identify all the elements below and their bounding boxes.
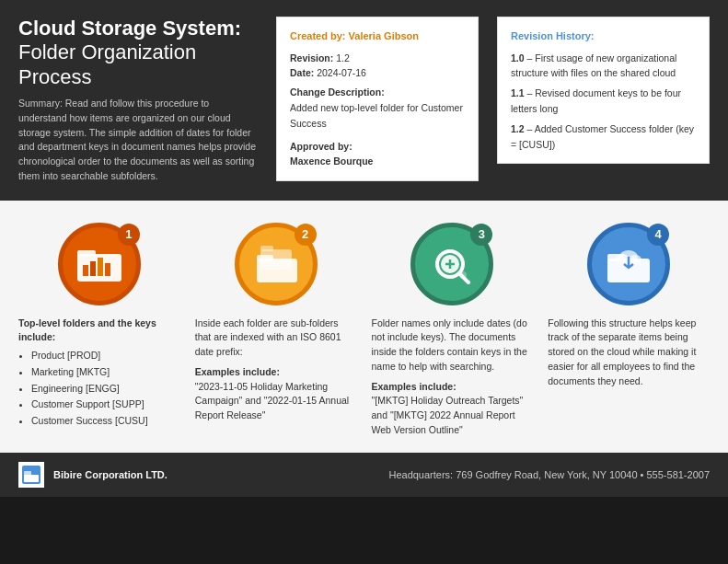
svg-rect-9 (260, 246, 273, 251)
step-3-intro: Folder names only include dates (do not … (372, 317, 534, 374)
step-1-heading: Top-level folders and the keys include: (18, 317, 180, 346)
svg-point-20 (629, 255, 641, 264)
headquarters-text: Headquarters: 769 Godfrey Road, New York… (388, 469, 710, 480)
steps-row: 1 Top-level folders and the keys include… (18, 223, 710, 438)
step-2-card: 2 Inside each folder are sub-folders tha… (195, 223, 357, 438)
step-4-text: Following this structure helps keep trac… (548, 317, 710, 389)
search-magnify-icon (428, 244, 476, 284)
revision-item-3: 1.2 – Added Customer Success folder (key… (511, 121, 696, 153)
revision-item-1: 1.0 – First usage of new organizational … (511, 51, 696, 82)
list-item: Product [PROD] (31, 349, 180, 363)
main-content: 1 Top-level folders and the keys include… (0, 201, 728, 453)
step-4-card: 4 Following this structure helps keep tr… (548, 223, 710, 438)
step-1-card: 1 Top-level folders and the keys include… (18, 223, 180, 438)
list-item: Marketing [MKTG] (31, 365, 180, 380)
step-2-text: Inside each folder are sub-folders that … (195, 317, 357, 423)
step-2-intro: Inside each folder are sub-folders that … (195, 317, 357, 360)
svg-rect-5 (105, 263, 110, 276)
list-item: Customer Support [SUPP] (31, 397, 180, 412)
list-item: Customer Success [CUSU] (31, 414, 180, 429)
step-2-icon-wrapper: 2 (235, 223, 318, 305)
meta-box: Created by: Valeria Gibson Revision: 1.2… (276, 17, 479, 181)
step-1-list: Product [PROD] Marketing [MKTG] Engineer… (31, 349, 180, 429)
step-3-text: Folder names only include dates (do not … (372, 317, 534, 438)
svg-rect-8 (260, 249, 292, 270)
list-item: Engineering [ENGG] (31, 382, 180, 397)
step-1-number: 1 (118, 224, 140, 246)
change-desc-row: Change Description: Added new top-level … (290, 85, 465, 131)
step-4-number: 4 (647, 224, 669, 246)
revision-history-box: Revision History: 1.0 – First usage of n… (497, 17, 710, 164)
folder-stack-icon (251, 244, 301, 284)
step-1-text: Top-level folders and the keys include: … (18, 317, 180, 431)
step-3-examples: "[MKTG] Holiday Outreach Targets" and "[… (372, 394, 534, 437)
step-3-icon-wrapper: 3 (410, 223, 493, 305)
date-label: Date: (290, 67, 314, 78)
folder-chart-icon (75, 245, 123, 283)
svg-rect-3 (90, 261, 96, 276)
footer-left: Bibire Corporation LTD. (18, 462, 168, 488)
header-left: Cloud Storage System: Folder Organizatio… (18, 17, 258, 184)
page-title: Cloud Storage System: Folder Organizatio… (18, 17, 258, 89)
summary-text: Summary: Read and follow this procedure … (18, 97, 258, 184)
svg-rect-4 (98, 258, 103, 276)
approved-label: Approved by: (290, 141, 352, 152)
revision-item-2: 1.1 – Revised document keys to be four l… (511, 86, 696, 117)
svg-point-19 (616, 254, 629, 263)
step-3-examples-label: Examples include: (372, 380, 534, 395)
revision-label: Revision: (290, 52, 333, 63)
created-by: Created by: Valeria Gibson (290, 29, 465, 45)
header-section: Cloud Storage System: Folder Organizatio… (0, 0, 728, 201)
revision-value: 1.2 (336, 52, 350, 63)
change-desc-label: Change Description: (290, 86, 385, 98)
step-4-intro: Following this structure helps keep trac… (548, 317, 710, 389)
step-3-card: 3 Folder names only include dates (do no… (372, 223, 534, 438)
company-logo (18, 462, 44, 488)
approved-value: Maxence Bourque (290, 155, 373, 167)
approved-row: Approved by: Maxence Bourque (290, 139, 465, 170)
svg-rect-2 (83, 265, 88, 276)
created-by-label: Created by: Valeria Gibson (290, 30, 419, 41)
revision-row: Revision: 1.2 (290, 51, 465, 66)
logo-icon (21, 465, 41, 485)
revision-history-items: 1.0 – First usage of new organizational … (511, 51, 696, 153)
svg-point-15 (459, 271, 467, 279)
date-row: Date: 2024-07-16 (290, 65, 465, 81)
step-2-examples: "2023-11-05 Holiday Marketing Campaign" … (195, 380, 357, 423)
svg-rect-23 (24, 475, 39, 482)
svg-rect-1 (77, 250, 96, 257)
svg-rect-24 (24, 471, 31, 476)
change-desc-value: Added new top-level folder for Customer … (290, 102, 463, 129)
step-1-icon-wrapper: 1 (58, 223, 141, 305)
step-3-number: 3 (470, 224, 492, 246)
step-2-number: 2 (295, 224, 317, 246)
date-value: 2024-07-16 (317, 67, 366, 78)
footer: Bibire Corporation LTD. Headquarters: 76… (0, 453, 728, 497)
step-2-examples-label: Examples include: (195, 365, 357, 380)
step-4-icon-wrapper: 4 (587, 223, 670, 305)
company-name: Bibire Corporation LTD. (53, 469, 168, 480)
cloud-folder-icon (604, 244, 653, 284)
revision-history-label: Revision History: (511, 29, 696, 45)
